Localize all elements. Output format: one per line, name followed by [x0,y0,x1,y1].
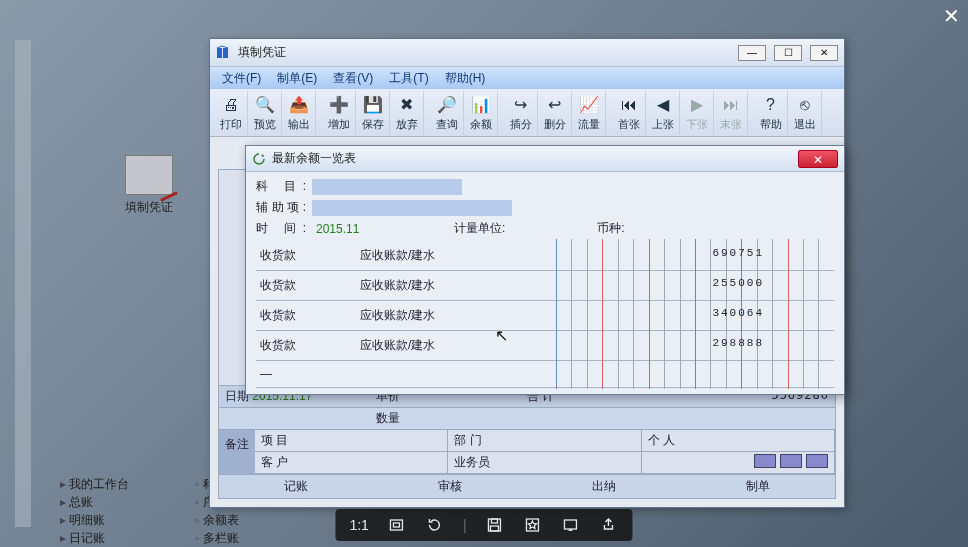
fit-screen-button[interactable] [387,515,407,535]
mini-btn-2[interactable] [780,454,802,468]
row-amount: 690751 [712,247,764,259]
nav-tree-1: 我的工作台 总账 明细账 日记账 [60,475,129,547]
nav-item[interactable]: 多栏账 [195,529,239,547]
unit-label: 计量单位: [454,220,505,237]
toolbar-退出[interactable]: ⎋退出 [788,91,822,135]
mini-btn-1[interactable] [754,454,776,468]
row-amount-cell: 255000 [556,271,834,301]
toolbar-label: 帮助 [760,116,782,132]
toolbar-label: 余额 [470,116,492,132]
toolbar-icon: ↪ [514,94,527,116]
sign-cashier: 出纳 [527,475,681,498]
toolbar-label: 首张 [618,116,640,132]
toolbar-icon: 📤 [289,94,309,116]
svg-rect-6 [491,526,499,531]
toolbar-上张[interactable]: ◀上张 [646,91,680,135]
menu-file[interactable]: 文件(F) [214,70,269,87]
close-button[interactable]: ✕ [810,45,838,61]
voucher-shortcut-icon [125,155,173,195]
toolbar-label: 输出 [288,116,310,132]
toolbar-icon: ↩ [548,94,561,116]
svg-rect-1 [223,48,228,58]
zoom-level: 1:1 [349,517,368,533]
balance-row[interactable]: 收货款应收账款/建水340064 [256,301,834,331]
toolbar-查询[interactable]: 🔎查询 [430,91,464,135]
nav-item[interactable]: 明细账 [60,511,129,529]
viewer-close-button[interactable]: ✕ [943,4,960,28]
menu-bill[interactable]: 制单(E) [269,70,325,87]
toolbar-icon: 🖨 [223,94,239,116]
slideshow-button[interactable] [561,515,581,535]
toolbar-插分[interactable]: ↪插分 [504,91,538,135]
row-amount-cell: 298888 [556,331,834,361]
minimize-button[interactable]: — [738,45,766,61]
save-button[interactable] [485,515,505,535]
toolbar-label: 打印 [220,116,242,132]
toolbar-icon: ⏮ [621,94,637,116]
sign-bookkeep: 记账 [219,475,373,498]
toolbar-预览[interactable]: 🔍预览 [248,91,282,135]
toolbar-首张[interactable]: ⏮首张 [612,91,646,135]
favorite-button[interactable] [523,515,543,535]
row-summary: 收货款 [256,271,356,301]
row-amount: 298888 [712,337,764,349]
menu-help[interactable]: 帮助(H) [437,70,494,87]
quantity-label: 数量 [376,411,400,425]
menu-tools[interactable]: 工具(T) [381,70,436,87]
toolbar-余额[interactable]: 📊余额 [464,91,498,135]
row-amount-cell: 340064 [556,301,834,331]
toolbar-帮助[interactable]: ?帮助 [754,91,788,135]
toolbar-下张[interactable]: ▶下张 [680,91,714,135]
toolbar: 🖨打印🔍预览📤输出➕增加💾保存✖放弃🔎查询📊余额↪插分↩删分📈流量⏮首张◀上张▶… [210,89,844,137]
balance-row[interactable]: 收货款应收账款/建水255000 [256,271,834,301]
salesman-label: 业务员 [448,452,641,474]
customer-label: 客 户 [255,452,448,474]
share-button[interactable] [599,515,619,535]
toolbar-icon: 🔎 [437,94,457,116]
desktop-shortcut[interactable]: 填制凭证 [125,155,173,216]
toolbar-label: 查询 [436,116,458,132]
toolbar-label: 上张 [652,116,674,132]
nav-item[interactable]: 日记账 [60,529,129,547]
toolbar-打印[interactable]: 🖨打印 [214,91,248,135]
sign-maker: 制单 [681,475,835,498]
rotate-button[interactable] [425,515,445,535]
sign-audit: 审核 [373,475,527,498]
nav-item[interactable]: 余额表 [195,511,239,529]
nav-item[interactable]: 总账 [60,493,129,511]
toolbar-label: 末张 [720,116,742,132]
toolbar-label: 保存 [362,116,384,132]
window-title: 填制凭证 [238,44,738,61]
toolbar-输出[interactable]: 📤输出 [282,91,316,135]
toolbar-放弃[interactable]: ✖放弃 [390,91,424,135]
toolbar-删分[interactable]: ↩删分 [538,91,572,135]
currency-label: 币种: [597,220,624,237]
toolbar-保存[interactable]: 💾保存 [356,91,390,135]
modal-close-button[interactable]: ✕ [798,150,838,168]
person-label: 个 人 [642,430,835,452]
maximize-button[interactable]: ☐ [774,45,802,61]
balance-row[interactable]: 收货款应收账款/建水298888 [256,331,834,361]
modal-titlebar[interactable]: 最新余额一览表 ✕ [246,146,844,172]
row-account: 应收账款/建水 [356,301,556,331]
left-panel-strip [15,40,31,527]
subject-value [312,179,462,195]
aux-label: 辅助项: [256,199,306,216]
time-value: 2015.11 [312,221,422,237]
modal-body: 科 目: 辅助项: 时 间: 2015.11 计量单位: 币种: 收货款应收账款… [246,172,844,394]
toolbar-流量[interactable]: 📈流量 [572,91,606,135]
mini-btn-3[interactable] [806,454,828,468]
menu-view[interactable]: 查看(V) [325,70,381,87]
dept-label: 部 门 [448,430,641,452]
nav-item[interactable]: 我的工作台 [60,475,129,493]
balance-row[interactable]: 收货款应收账款/建水690751 [256,241,834,271]
titlebar[interactable]: 填制凭证 — ☐ ✕ [210,39,844,67]
refresh-icon [252,152,266,166]
toolbar-label: 流量 [578,116,600,132]
menubar: 文件(F) 制单(E) 查看(V) 工具(T) 帮助(H) [210,67,844,89]
toolbar-增加[interactable]: ➕增加 [322,91,356,135]
time-label: 时 间: [256,220,306,237]
toolbar-末张[interactable]: ⏭末张 [714,91,748,135]
desktop-shortcut-label: 填制凭证 [125,199,173,216]
toolbar-label: 退出 [794,116,816,132]
